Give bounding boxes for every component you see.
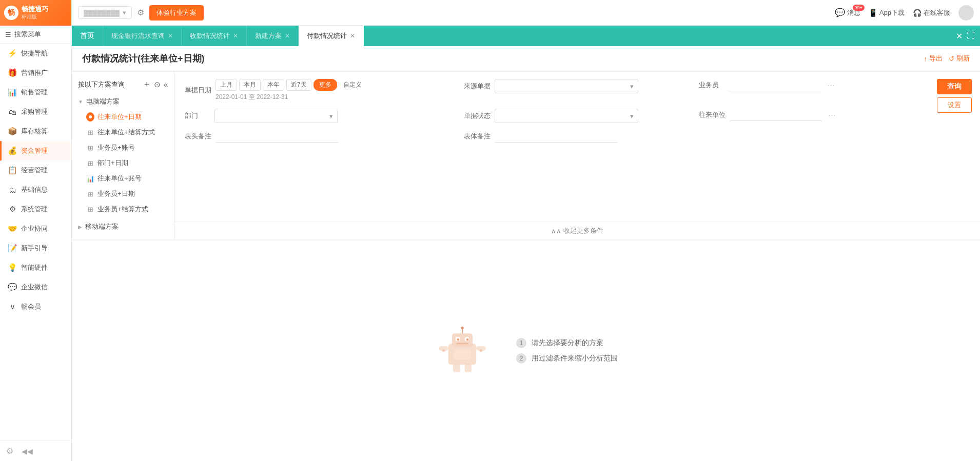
scheme-item-partner-settlement[interactable]: ⊞ 往来单位+结算方式 bbox=[72, 125, 174, 140]
tabs-close-all-icon[interactable]: ✕ bbox=[956, 31, 963, 41]
svg-rect-14 bbox=[454, 349, 471, 359]
query-button[interactable]: 查询 bbox=[937, 79, 972, 94]
sidebar-item-label: 畅会员 bbox=[21, 302, 41, 311]
sidebar-item-smart-hw[interactable]: 💡 智能硬件 bbox=[0, 258, 71, 277]
robot-icon bbox=[434, 325, 491, 376]
svg-rect-9 bbox=[456, 343, 468, 345]
trial-button[interactable]: 体验行业方案 bbox=[149, 5, 204, 21]
tab-receipt-stats-label: 收款情况统计 bbox=[190, 31, 230, 41]
tabs-expand-icon[interactable]: ⛶ bbox=[967, 31, 975, 41]
scheme-item-partner-date[interactable]: 往来单位+日期 bbox=[72, 109, 174, 125]
filter-field-table-body-note: 表体备注 bbox=[464, 130, 683, 143]
main-area: ▓▓▓▓▓▓▓▓ ▾ ⚙ 体验行业方案 💬 消息 99+ 📱 App下载 🎧 在… bbox=[72, 0, 980, 461]
source-select[interactable]: ▾ bbox=[495, 79, 638, 93]
user-avatar[interactable] bbox=[958, 5, 974, 21]
sidebar-item-label: 快捷导航 bbox=[21, 49, 48, 58]
scheme-add-icon[interactable]: ＋ bbox=[143, 79, 151, 90]
expand-icon: ▼ bbox=[78, 99, 83, 105]
footer-collapse-icon[interactable]: ◀◀ bbox=[22, 447, 33, 455]
scheme-item-partner-account[interactable]: 📊 往来单位+账号 bbox=[72, 171, 174, 186]
refresh-button[interactable]: ↺ 刷新 bbox=[949, 54, 970, 63]
tab-bank-flow-close[interactable]: ✕ bbox=[168, 32, 173, 39]
sidebar-item-marketing[interactable]: 🎁 营销推广 bbox=[0, 63, 71, 83]
sidebar-item-enterprise[interactable]: 🤝 企业协同 bbox=[0, 219, 71, 238]
scheme-panel-header: 按以下方案查询 ＋ ⊙ « bbox=[72, 77, 174, 94]
topbar-settings-icon[interactable]: ⚙ bbox=[137, 8, 144, 17]
scheme-item-label: 往来单位+日期 bbox=[97, 112, 142, 122]
dept-label: 部门 bbox=[185, 111, 210, 121]
doc-status-value bbox=[499, 111, 506, 121]
date-option-custom[interactable]: 自定义 bbox=[339, 79, 366, 90]
workspace-selector[interactable]: ▓▓▓▓▓▓▓▓ ▾ bbox=[78, 6, 132, 19]
tab-bank-flow[interactable]: 现金银行流水查询 ✕ bbox=[103, 26, 182, 46]
tab-home[interactable]: 首页 bbox=[72, 26, 103, 46]
content-inner: 付款情况统计(往来单位+日期) ↑ 导出 ↺ 刷新 bbox=[72, 46, 980, 461]
sidebar-item-basic-info[interactable]: 🗂 基础信息 bbox=[0, 180, 71, 199]
sidebar-item-inventory[interactable]: 📦 库存核算 bbox=[0, 122, 71, 141]
sidebar-item-vip[interactable]: ∨ 畅会员 bbox=[0, 297, 71, 316]
scheme-mobile-group[interactable]: ▶ 移动端方案 bbox=[72, 219, 174, 234]
filter-row-2: 部门 ▾ 单据状态 bbox=[185, 109, 918, 123]
doc-status-select[interactable]: ▾ bbox=[495, 109, 638, 123]
footer-settings-icon[interactable]: ⚙ bbox=[6, 446, 13, 456]
sidebar-item-wechat[interactable]: 💬 企业微信 bbox=[0, 277, 71, 297]
date-option-last-7-days[interactable]: 近7天 bbox=[286, 79, 311, 91]
salesperson-input[interactable] bbox=[729, 79, 821, 91]
table-head-note-input[interactable] bbox=[215, 130, 339, 143]
date-option-this-month[interactable]: 本月 bbox=[239, 79, 261, 91]
app-download-label: App下载 bbox=[879, 8, 905, 17]
tabs-right-controls: ✕ ⛶ bbox=[951, 26, 980, 46]
page-actions: ↑ 导出 ↺ 刷新 bbox=[924, 54, 970, 63]
filter-settings-button[interactable]: 设置 bbox=[937, 97, 972, 113]
sidebar-item-purchase[interactable]: 🛍 采购管理 bbox=[0, 102, 71, 122]
sidebar-item-capital[interactable]: 💰 资金管理 bbox=[0, 141, 71, 161]
dept-select[interactable]: ▾ bbox=[214, 109, 338, 123]
date-option-last-month[interactable]: 上月 bbox=[215, 79, 237, 91]
scheme-item-dept-date[interactable]: ⊞ 部门+日期 bbox=[72, 155, 174, 171]
customer-service-item[interactable]: 🎧 在线客服 bbox=[913, 8, 950, 17]
sidebar-item-label: 营销推广 bbox=[21, 68, 48, 77]
tab-new-scheme-close[interactable]: ✕ bbox=[285, 32, 290, 39]
sidebar-item-guide[interactable]: 📝 新手引导 bbox=[0, 238, 71, 258]
tab-new-scheme[interactable]: 新建方案 ✕ bbox=[247, 26, 299, 46]
app-download-item[interactable]: 📱 App下载 bbox=[869, 8, 905, 17]
filter-field-dept: 部门 ▾ bbox=[185, 109, 448, 123]
sidebar-item-quick-nav[interactable]: ⚡ 快捷导航 bbox=[0, 44, 71, 63]
table-head-note-label: 表头备注 bbox=[185, 132, 211, 141]
scheme-item-label: 往来单位+结算方式 bbox=[97, 128, 155, 137]
scheme-panel-title: 按以下方案查询 bbox=[78, 80, 125, 89]
svg-point-0 bbox=[89, 115, 92, 118]
scheme-item-salesperson-date[interactable]: ⊞ 业务员+日期 bbox=[72, 186, 174, 202]
salesperson-dots[interactable]: ··· bbox=[825, 80, 837, 91]
scheme-settings-icon[interactable]: ⊙ bbox=[154, 80, 161, 89]
partner-dots[interactable]: ··· bbox=[826, 110, 838, 121]
filter-field-source: 来源单据 ▾ bbox=[464, 79, 683, 93]
date-option-this-year[interactable]: 本年 bbox=[263, 79, 284, 91]
sidebar-item-system[interactable]: ⚙ 系统管理 bbox=[0, 199, 71, 219]
table-body-note-input[interactable] bbox=[495, 130, 618, 143]
sidebar-item-label: 采购管理 bbox=[21, 107, 48, 116]
customer-service-label: 在线客服 bbox=[924, 8, 950, 17]
wechat-icon: 💬 bbox=[8, 283, 17, 292]
notifications-item[interactable]: 💬 消息 99+ bbox=[835, 8, 860, 17]
tab-receipt-stats[interactable]: 收款情况统计 ✕ bbox=[182, 26, 247, 46]
sidebar-item-sales[interactable]: 📊 销售管理 bbox=[0, 83, 71, 102]
phone-icon: 📱 bbox=[869, 9, 877, 17]
scheme-collapse-icon[interactable]: « bbox=[164, 80, 168, 89]
sidebar-search[interactable]: ☰ 搜索菜单 bbox=[0, 26, 71, 44]
scheme-desktop-group-title[interactable]: ▼ 电脑端方案 bbox=[72, 94, 174, 109]
date-option-more[interactable]: 更多 bbox=[313, 79, 337, 91]
svg-point-8 bbox=[461, 327, 463, 329]
scheme-item-salesperson-account[interactable]: ⊞ 业务员+账号 bbox=[72, 140, 174, 155]
sidebar-item-operation[interactable]: 📋 经营管理 bbox=[0, 161, 71, 180]
collapse-row[interactable]: ∧∧ 收起更多条件 bbox=[174, 222, 980, 239]
sidebar: 畅 畅捷通巧 标准版 ☰ 搜索菜单 ⚡ 快捷导航 🎁 营销推广 📊 销售管理 🛍… bbox=[0, 0, 72, 461]
dept-chevron: ▾ bbox=[329, 112, 333, 120]
sidebar-item-label: 企业协同 bbox=[21, 224, 48, 233]
export-button[interactable]: ↑ 导出 bbox=[924, 54, 943, 63]
scheme-item-salesperson-settlement[interactable]: ⊞ 业务员+结算方式 bbox=[72, 202, 174, 217]
tab-receipt-stats-close[interactable]: ✕ bbox=[233, 32, 238, 39]
tab-payment-stats[interactable]: 付款情况统计 ✕ bbox=[299, 26, 364, 46]
partner-input[interactable] bbox=[730, 109, 822, 121]
tab-payment-stats-close[interactable]: ✕ bbox=[350, 32, 355, 39]
